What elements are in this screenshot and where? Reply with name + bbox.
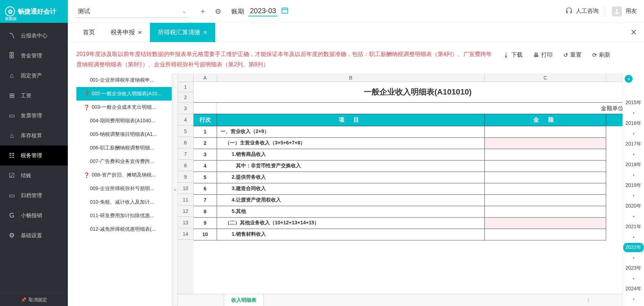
nav-item-4[interactable]: ▭发票管理 xyxy=(0,106,68,126)
cell-amount[interactable] xyxy=(485,160,606,172)
cell-amount[interactable] xyxy=(485,126,606,138)
gear-icon[interactable]: ⚙ xyxy=(215,7,221,16)
cell-item[interactable]: 4.让渡资产使用权收入 xyxy=(217,195,485,206)
cell-item[interactable]: 5.其他 xyxy=(217,206,485,218)
row-header[interactable]: 5 xyxy=(178,126,193,137)
cell-amount[interactable] xyxy=(485,138,606,149)
cell-item[interactable]: 其中：非货币性资产交换收入 xyxy=(217,160,485,172)
cell-line[interactable]: 9 xyxy=(193,218,217,229)
col-header-c[interactable]: C xyxy=(485,73,606,82)
form-item-8[interactable]: 009-企业所得税弥补亏损明... xyxy=(76,182,172,195)
row-header[interactable]: 8 xyxy=(178,160,193,171)
cell-line[interactable]: 1 xyxy=(193,126,217,138)
row-header[interactable]: 2 xyxy=(178,92,193,103)
cell-amount[interactable] xyxy=(485,172,606,183)
refresh-button[interactable]: ⟳刷新 xyxy=(592,51,610,59)
cell-line[interactable]: 6 xyxy=(193,183,217,195)
cell-line[interactable]: 8 xyxy=(193,206,217,218)
nav-item-0[interactable]: 〽云报表中心 xyxy=(0,26,68,46)
row-header[interactable]: 9 xyxy=(178,171,193,183)
row-header[interactable]: 1 xyxy=(178,82,193,92)
year-2023年[interactable]: 2023年 xyxy=(623,264,644,273)
row-header[interactable]: 13 xyxy=(178,217,193,228)
form-item-3[interactable]: 004-期间费用明细表(A1040... xyxy=(76,114,172,128)
year-2022年[interactable]: 2022年 xyxy=(623,243,644,252)
support-button[interactable]: 人工咨询 xyxy=(565,7,599,16)
cell-line[interactable]: 3 xyxy=(193,149,217,160)
year-2024年[interactable]: 2024年 xyxy=(623,284,644,294)
year-2018年[interactable]: 2018年 xyxy=(623,160,644,169)
tenant-select[interactable]: 测试 ⌄ xyxy=(75,5,189,18)
nav-item-7[interactable]: ☑结账 xyxy=(0,165,68,185)
year-2017年[interactable]: 2017年 xyxy=(623,139,644,149)
sheet-tab-active[interactable]: 收入明细表 xyxy=(224,294,264,306)
calendar-icon[interactable] xyxy=(281,6,289,16)
row-header[interactable]: 3 xyxy=(178,103,193,114)
nav-item-1[interactable]: 🗄资金管理 xyxy=(0,46,68,66)
close-icon[interactable]: ✕ xyxy=(203,30,207,35)
more-icon[interactable]: ⋮ xyxy=(581,297,596,303)
row-header[interactable]: 12 xyxy=(178,205,193,217)
cell-item[interactable]: （二）其他业务收入（10+12+13+14+15） xyxy=(217,218,485,229)
expand-rail-button[interactable]: « xyxy=(625,75,633,83)
print-button[interactable]: 🖶打印 xyxy=(533,51,553,59)
cell-line[interactable]: 10 xyxy=(193,229,217,240)
form-item-5[interactable]: 006-职工薪酬纳税调整明细... xyxy=(76,141,172,155)
cell-amount[interactable] xyxy=(485,206,606,218)
nav-item-10[interactable]: ⚙基础设置 xyxy=(0,225,68,245)
cell-amount[interactable] xyxy=(485,229,606,240)
cell-line[interactable]: 7 xyxy=(193,195,217,206)
cell-amount[interactable] xyxy=(485,218,606,229)
row-header[interactable]: 14 xyxy=(178,228,193,240)
tab-1[interactable]: 税务申报✕ xyxy=(103,23,150,42)
form-item-11[interactable]: 012-减免所得税优惠明细表(... xyxy=(76,223,172,236)
year-2021年[interactable]: 2021年 xyxy=(623,222,644,231)
year-2016年[interactable]: 2016年 xyxy=(623,119,644,128)
cell-amount[interactable] xyxy=(485,195,606,206)
row-header[interactable]: 4 xyxy=(178,114,193,126)
cell-item[interactable]: 2.提供劳务收入 xyxy=(217,172,485,183)
year-2019年[interactable]: 2019年 xyxy=(623,181,644,190)
cell-item[interactable]: 1.销售商品收入 xyxy=(217,149,485,160)
cell-item[interactable]: 1.销售材料收入 xyxy=(217,229,485,240)
form-item-7[interactable]: ❓008-资产折旧、摊销及纳税... xyxy=(76,168,172,182)
unpin-button[interactable]: 📌 取消固定 xyxy=(0,293,68,306)
cell-item[interactable]: （一）主营业务收入（3+5+6+7+8） xyxy=(217,138,485,149)
row-header[interactable]: 6 xyxy=(178,137,193,148)
row-header[interactable]: 11 xyxy=(178,194,193,205)
close-all-tabs[interactable]: ✕ xyxy=(630,28,637,37)
col-header-b[interactable]: B xyxy=(217,73,485,82)
form-item-1[interactable]: ❓002-一般企业收入明细表(A10... xyxy=(76,87,172,101)
cell-amount[interactable] xyxy=(485,149,606,160)
download-button[interactable]: ⭳下载 xyxy=(503,51,523,59)
form-item-9[interactable]: 010-免税、减计收入及加计... xyxy=(76,195,172,209)
cell-line[interactable]: 4 xyxy=(193,160,217,172)
row-header[interactable]: 10 xyxy=(178,183,193,194)
period-value[interactable]: 2023-03 xyxy=(248,6,277,16)
form-item-10[interactable]: 011-研发费用加计扣除优惠... xyxy=(76,209,172,223)
tab-0[interactable]: 首页 xyxy=(75,23,103,42)
nav-item-3[interactable]: ⊞工资 xyxy=(0,86,68,106)
nav-item-8[interactable]: ▭归档管理 xyxy=(0,185,68,205)
nav-item-5[interactable]: ⌂库存核算 xyxy=(0,126,68,146)
cell-item[interactable]: 3.建造合同收入 xyxy=(217,183,485,195)
row-header[interactable]: 7 xyxy=(178,148,193,160)
reset-button[interactable]: ↺重置 xyxy=(563,51,582,59)
cell-line[interactable]: 2 xyxy=(193,138,217,149)
form-item-2[interactable]: ❓003-一般企业成本支出明细... xyxy=(76,101,172,114)
year-2015年[interactable]: 2015年 xyxy=(623,98,644,107)
form-item-6[interactable]: 007-广告费和业务宣传费跨... xyxy=(76,155,172,168)
year-2020年[interactable]: 2020年 xyxy=(623,202,644,211)
tab-2[interactable]: 所得税汇算清缴✕ xyxy=(150,23,215,42)
form-item-4[interactable]: 005-纳税调整项目明细表(A1... xyxy=(76,128,172,141)
add-icon[interactable]: ＋ xyxy=(199,6,206,16)
col-header-a[interactable]: A xyxy=(193,73,217,82)
cell-line[interactable]: 5 xyxy=(193,172,217,183)
nav-item-9[interactable]: G小畅报销 xyxy=(0,205,68,225)
collapse-panel-button[interactable]: « xyxy=(172,73,178,306)
close-icon[interactable]: ✕ xyxy=(138,30,142,35)
user-menu[interactable]: 用友 xyxy=(612,6,637,16)
nav-item-6[interactable]: ☷税务管理 xyxy=(0,146,68,165)
cell-amount[interactable] xyxy=(485,183,606,195)
cell-item[interactable]: 一、营业收入（2+9） xyxy=(217,126,485,138)
